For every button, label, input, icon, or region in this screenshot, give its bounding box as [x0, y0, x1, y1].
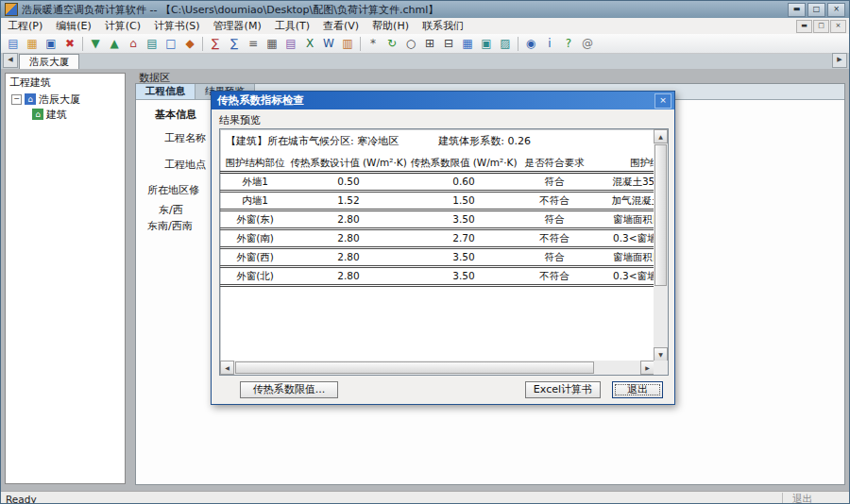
import-data-icon[interactable]: ▼: [86, 35, 105, 53]
app-logo-icon: [5, 3, 18, 16]
scroll-down-icon[interactable]: ▼: [654, 347, 668, 361]
search-icon[interactable]: ○: [401, 35, 420, 53]
tree-node-project[interactable]: − ⌂ 浩辰大厦: [6, 92, 125, 107]
form-label-project-name: 工程名称: [164, 131, 206, 145]
tab-scroll-left[interactable]: ◀: [3, 53, 18, 68]
cell: 不符合: [520, 268, 588, 284]
zoom-in-icon[interactable]: ⊞: [420, 35, 439, 53]
dialog-titlebar: 传热系数指标检查 ×: [212, 92, 674, 109]
dialog-section-label: 结果预览: [219, 113, 261, 127]
mdi-restore-button[interactable]: □: [813, 20, 829, 33]
cell: 加气混凝土板(00: [588, 193, 654, 209]
menu-calculate[interactable]: 计算(C): [98, 18, 147, 34]
mdi-close-button[interactable]: ×: [830, 20, 846, 33]
horizontal-scrollbar[interactable]: ◀ ▶: [220, 361, 654, 375]
tree-node-building[interactable]: ⌂ 建筑: [6, 107, 125, 122]
dialog-close-button[interactable]: ×: [654, 93, 672, 109]
new-doc-icon[interactable]: ▤: [4, 35, 23, 53]
zoom-out-icon[interactable]: ⊟: [439, 35, 458, 53]
refresh-icon[interactable]: ↻: [382, 35, 401, 53]
result-table-icon[interactable]: ▦: [263, 35, 281, 53]
cell: 外窗(南): [220, 230, 290, 246]
menubar: 工程(P) 编辑(E) 计算(C) 计算书(S) 管理器(M) 工具(T) 查看…: [1, 18, 849, 35]
save-icon[interactable]: ▣: [42, 35, 60, 53]
view-mode-icon[interactable]: ◉: [521, 35, 540, 53]
tree-expander-icon[interactable]: −: [11, 94, 22, 105]
table-row[interactable]: 外窗(西) 2.80 3.50 符合 窗墙面积比≤0.2: [220, 249, 654, 268]
maximize-button[interactable]: □: [808, 3, 825, 17]
table-row[interactable]: 外窗(南) 2.80 2.70 不符合 0.3<窗墙面积比: [220, 230, 654, 249]
table-row[interactable]: 外窗(东) 2.80 3.50 符合 窗墙面积比≤0.2: [220, 211, 654, 230]
titlebar: 浩辰暖通空调负荷计算软件 -- 【C:\Users\doumiao\Deskto…: [1, 1, 849, 18]
menu-manager[interactable]: 管理器(M): [207, 18, 268, 34]
close-button[interactable]: ×: [827, 3, 845, 17]
scroll-left-icon[interactable]: ◀: [220, 361, 234, 375]
menu-project[interactable]: 工程(P): [1, 18, 49, 34]
zone-icon[interactable]: ◆: [180, 35, 199, 53]
table-row[interactable]: 外窗(北) 2.80 3.50 不符合 0.3<窗墙面积比: [220, 268, 654, 287]
table-header-row: 围护结构部位 传热系数设计值 (W/m²·K) 传热系数限值 (W/m²·K) …: [220, 155, 654, 174]
info-icon[interactable]: i: [540, 35, 559, 53]
cell: 3.50: [407, 211, 520, 227]
minimize-button[interactable]: ▬: [788, 3, 806, 17]
excel-report-button[interactable]: Excel计算书: [525, 381, 601, 398]
floor-icon[interactable]: ▤: [143, 35, 162, 53]
mdi-window-controls: ▬ □ ×: [796, 20, 849, 33]
vertical-scrollbar[interactable]: ▲ ▼: [654, 129, 668, 361]
heat-transfer-limits-button[interactable]: 传热系数限值...: [240, 381, 338, 398]
menu-edit[interactable]: 编辑(E): [49, 18, 98, 34]
form-label-region-adjust: 所在地区修: [147, 183, 199, 197]
shape-factor-text: 建筑体形系数: 0.26: [438, 135, 531, 147]
chart-icon[interactable]: ▥: [338, 35, 357, 53]
open-folder-icon[interactable]: ▦: [23, 35, 42, 53]
menu-view[interactable]: 查看(V): [316, 18, 366, 34]
tile-windows-icon[interactable]: ▣: [477, 35, 496, 53]
grid-view-icon[interactable]: ▦: [458, 35, 477, 53]
doc-tab-active[interactable]: 浩辰大厦: [19, 54, 79, 69]
table-row[interactable]: 外墙1 0.50 0.60 符合 混凝土35-240-4: [220, 174, 654, 193]
menu-help[interactable]: 帮助(H): [366, 18, 416, 34]
cell: 窗墙面积比≤0.2: [588, 249, 654, 265]
vertical-scroll-thumb[interactable]: [654, 144, 667, 286]
cell: 0.60: [407, 174, 520, 190]
tab-project-info[interactable]: 工程信息: [136, 84, 196, 99]
cool-load-icon[interactable]: ∑: [225, 35, 244, 53]
tab-scroll-right[interactable]: ▶: [832, 53, 847, 68]
scroll-right-icon[interactable]: ▶: [640, 361, 654, 375]
doc-tabstrip: ◀ 浩辰大厦 ▶: [1, 54, 849, 69]
export-data-icon[interactable]: ▲: [105, 35, 124, 53]
form-label-project-site: 工程地点: [164, 158, 206, 172]
app-window: 浩辰暖通空调负荷计算软件 -- 【C:\Users\doumiao\Deskto…: [0, 0, 850, 504]
building-icon[interactable]: ⌂: [124, 35, 143, 53]
cell: 2.70: [407, 230, 520, 246]
cascade-windows-icon[interactable]: ▨: [496, 35, 515, 53]
exit-button[interactable]: 退出: [612, 381, 663, 398]
excel-report-icon[interactable]: X: [300, 35, 319, 53]
report-icon[interactable]: ▤: [281, 35, 300, 53]
cell: 混凝土35-240-4: [588, 174, 654, 190]
cell: 符合: [520, 211, 588, 227]
scroll-up-icon[interactable]: ▲: [654, 129, 668, 143]
mdi-minimize-button[interactable]: ▬: [796, 20, 812, 33]
window-title: 浩辰暖通空调负荷计算软件 -- 【C:\Users\doumiao\Deskto…: [22, 3, 788, 17]
settings-icon[interactable]: *: [364, 35, 382, 53]
room-icon[interactable]: □: [162, 35, 180, 53]
menu-report[interactable]: 计算书(S): [147, 18, 207, 34]
cell: 2.80: [290, 230, 407, 246]
horizontal-scroll-thumb[interactable]: [235, 361, 594, 374]
cell: 外窗(东): [220, 211, 290, 227]
cell: 3.50: [407, 249, 520, 265]
contact-icon[interactable]: @: [578, 35, 597, 53]
building-node-icon: ⌂: [25, 93, 36, 105]
calc-settings-icon[interactable]: ≡: [244, 35, 263, 53]
table-row[interactable]: 内墙1 1.52 1.50 不符合 加气混凝土板(00: [220, 193, 654, 211]
cell: 1.50: [407, 193, 520, 209]
menu-contact[interactable]: 联系我们: [416, 18, 470, 34]
help-icon[interactable]: ?: [559, 35, 578, 53]
word-report-icon[interactable]: W: [319, 35, 338, 53]
menu-tools[interactable]: 工具(T): [268, 18, 316, 34]
delete-icon[interactable]: ✖: [60, 35, 79, 53]
climate-zone-text: 【建筑】所在城市气候分区: 寒冷地区: [226, 135, 399, 147]
toolbar: ▤▦▣✖▼▲⌂▤□◆∑∑≡▦▤XW▥*↻○⊞⊟▦▣▨◉i?@: [1, 34, 849, 54]
heat-load-icon[interactable]: ∑: [206, 35, 225, 53]
